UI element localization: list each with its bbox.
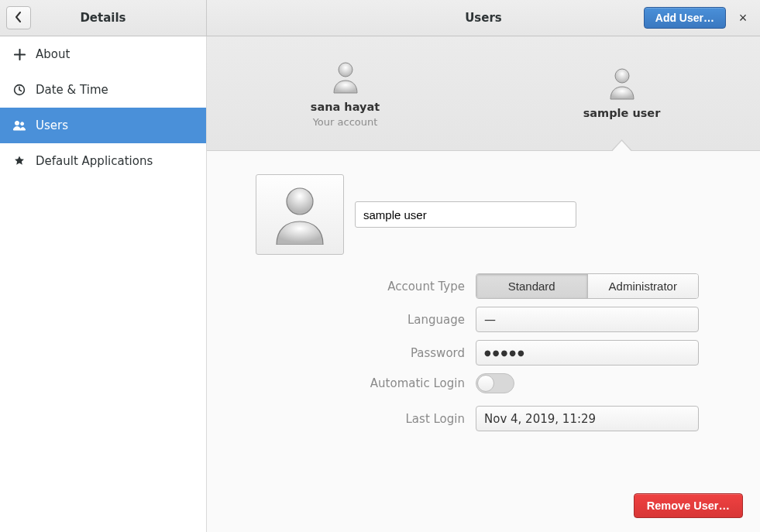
chevron-left-icon — [15, 12, 22, 25]
user-name: sana hayat — [311, 101, 380, 113]
star-icon — [12, 155, 26, 167]
form-inner: Account Type Standard Administrator Lang… — [236, 174, 731, 431]
sidebar-item-default-apps[interactable]: Default Applications — [0, 143, 206, 179]
user-name: sample user — [583, 107, 661, 119]
form-area: Account Type Standard Administrator Lang… — [207, 151, 760, 532]
row-automatic-login: Automatic Login — [236, 373, 731, 393]
last-login-button[interactable]: Nov 4, 2019, 11:29 — [476, 406, 699, 431]
plus-icon — [12, 49, 26, 60]
svg-point-5 — [615, 69, 629, 83]
user-avatar-icon — [328, 59, 363, 98]
user-sublabel: Your account — [313, 116, 378, 128]
user-switcher: sana hayat Your account sample user — [207, 36, 760, 151]
sidebar-item-users[interactable]: Users — [0, 108, 206, 143]
row-password: Password ●●●●● — [236, 340, 731, 366]
label-password: Password — [236, 346, 476, 360]
account-type-toggle: Standard Administrator — [476, 273, 699, 299]
sidebar-item-label: About — [36, 47, 70, 61]
main: About Date & Time Users Default Applicat… — [0, 36, 760, 532]
footer-actions: Remove User… — [634, 493, 743, 518]
user-avatar-icon — [604, 65, 640, 104]
label-account-type: Account Type — [236, 280, 476, 293]
remove-user-button[interactable]: Remove User… — [634, 493, 743, 518]
svg-point-3 — [21, 122, 24, 125]
user-card-owner[interactable]: sana hayat Your account — [207, 36, 483, 150]
language-value: — — [484, 313, 496, 327]
sidebar-item-label: Users — [36, 118, 68, 132]
add-user-button[interactable]: Add User… — [644, 7, 726, 29]
svg-point-4 — [339, 63, 352, 77]
account-type-standard[interactable]: Standard — [476, 274, 587, 298]
sidebar: About Date & Time Users Default Applicat… — [0, 36, 207, 532]
sidebar-item-about[interactable]: About — [0, 36, 206, 72]
sidebar-item-datetime[interactable]: Date & Time — [0, 72, 206, 108]
selected-indicator-fill — [613, 141, 631, 151]
account-type-administrator[interactable]: Administrator — [587, 274, 699, 298]
identity-row — [256, 174, 731, 255]
svg-point-2 — [15, 121, 19, 125]
automatic-login-switch[interactable] — [476, 373, 514, 393]
headerbar: Details Users Add User… × — [0, 0, 760, 36]
user-card-selected[interactable]: sample user — [483, 36, 760, 150]
label-last-login: Last Login — [236, 412, 476, 426]
sidebar-item-label: Date & Time — [36, 83, 108, 97]
header-actions: Add User… × — [644, 7, 760, 29]
row-language: Language — — [236, 307, 731, 332]
language-combo[interactable]: — — [476, 307, 699, 332]
content: sana hayat Your account sample user — [207, 36, 760, 532]
user-avatar-icon — [267, 183, 332, 247]
label-language: Language — [236, 313, 476, 327]
row-account-type: Account Type Standard Administrator — [236, 273, 731, 299]
headerbar-left: Details — [0, 0, 207, 36]
back-button[interactable] — [6, 6, 31, 29]
close-icon: × — [739, 10, 748, 26]
clock-icon — [12, 84, 26, 96]
label-automatic-login: Automatic Login — [236, 376, 476, 390]
sidebar-item-label: Default Applications — [36, 154, 153, 168]
switch-knob — [477, 375, 494, 392]
row-last-login: Last Login Nov 4, 2019, 11:29 — [236, 406, 731, 431]
avatar-picker[interactable] — [256, 174, 344, 255]
last-login-value: Nov 4, 2019, 11:29 — [484, 412, 596, 426]
password-button[interactable]: ●●●●● — [476, 340, 699, 366]
users-icon — [12, 120, 26, 131]
svg-point-6 — [287, 188, 313, 215]
password-value: ●●●●● — [484, 348, 526, 357]
full-name-input[interactable] — [355, 201, 576, 228]
close-button[interactable]: × — [734, 9, 752, 27]
headerbar-right: Users Add User… × — [207, 0, 760, 36]
